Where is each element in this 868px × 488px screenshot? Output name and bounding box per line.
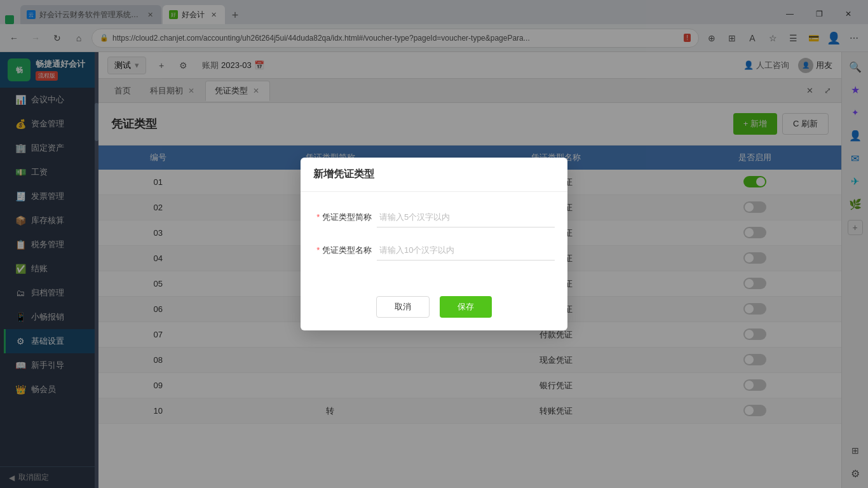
abbr-input[interactable]: [377, 207, 555, 227]
add-voucher-modal: 新增凭证类型 * 凭证类型简称 * 凭证类型名称 取消 保存: [301, 158, 567, 330]
name-label-text: 凭证类型名称: [322, 245, 372, 255]
abbr-required-mark: *: [316, 212, 320, 222]
modal-body: * 凭证类型简称 * 凭证类型名称: [301, 192, 567, 288]
modal-header: 新增凭证类型: [301, 158, 567, 192]
abbr-label-text: 凭证类型简称: [322, 212, 372, 222]
modal-footer: 取消 保存: [301, 288, 567, 330]
modal-overlay: 新增凭证类型 * 凭证类型简称 * 凭证类型名称 取消 保存: [0, 0, 868, 488]
form-item-abbr: * 凭证类型简称: [313, 207, 555, 227]
name-label: * 凭证类型名称: [313, 245, 377, 256]
cancel-button[interactable]: 取消: [376, 296, 430, 318]
name-required-mark: *: [316, 245, 320, 255]
modal-title: 新增凭证类型: [313, 168, 374, 181]
abbr-label: * 凭证类型简称: [313, 212, 377, 223]
form-item-name: * 凭证类型名称: [313, 240, 555, 261]
save-button[interactable]: 保存: [440, 296, 492, 318]
name-input[interactable]: [377, 240, 555, 261]
